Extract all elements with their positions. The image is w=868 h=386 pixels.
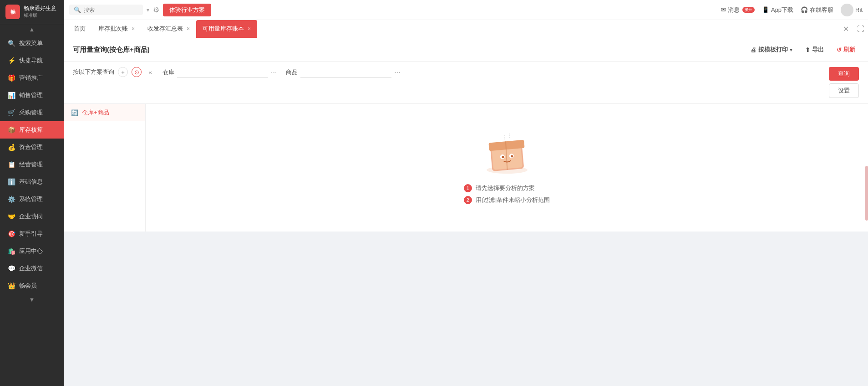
sidebar-item-enterprise-wechat[interactable]: 💬 企业微信 xyxy=(0,260,64,277)
app-download-label: App下载 xyxy=(771,6,793,14)
sales-icon: 📊 xyxy=(7,92,15,99)
tab-available-inventory[interactable]: 可用量库存账本 × xyxy=(196,20,257,38)
sidebar-item-member[interactable]: 👑 畅会员 xyxy=(0,277,64,294)
topbar-search-box[interactable]: 🔍 xyxy=(69,5,143,15)
add-scheme-button[interactable]: + xyxy=(118,67,128,77)
tab-available-inventory-close[interactable]: × xyxy=(248,26,251,32)
user-menu[interactable]: Rit xyxy=(841,4,863,16)
settings-gear-icon[interactable]: ⚙ xyxy=(153,5,159,14)
sidebar-item-search[interactable]: 🔍 搜索菜单 xyxy=(0,35,64,52)
tab-receipt-summary[interactable]: 收发存汇总表 × xyxy=(141,20,196,38)
tab-home[interactable]: 首页 xyxy=(67,20,92,38)
app-center-icon: 🛍️ xyxy=(7,247,15,255)
basic-info-icon: ℹ️ xyxy=(7,178,15,185)
query-action-buttons: 查询 设置 xyxy=(829,67,859,98)
sidebar-item-inventory[interactable]: 📦 库存核算 xyxy=(0,121,64,139)
warehouse-input[interactable] xyxy=(177,67,268,78)
content-area: 可用量查询(按仓库+商品) 🖨 按模板打印 ▾ ⬆ 导出 ↺ 刷新 xyxy=(64,38,868,386)
sidebar-item-sales[interactable]: 📊 销售管理 xyxy=(0,87,64,104)
bell-icon: ✉ xyxy=(721,6,726,13)
sidebar-item-new-guide[interactable]: 🎯 新手引导 xyxy=(0,225,64,242)
warehouse-more-icon[interactable]: ··· xyxy=(271,68,277,77)
product-input[interactable] xyxy=(300,67,391,78)
refresh-button[interactable]: ↺ 刷新 xyxy=(833,44,859,56)
sidebar-logo: 畅 xyxy=(5,5,20,19)
scheme-settings-button[interactable]: ⊙ xyxy=(132,67,142,77)
system-icon: ⚙️ xyxy=(7,196,15,203)
enterprise-coop-icon: 🤝 xyxy=(7,213,15,220)
empty-tips: 1 请先选择要分析的方案 2 用[过滤]条件来缩小分析范围 xyxy=(464,184,550,204)
chevron-down-icon[interactable]: ▾ xyxy=(147,7,149,13)
sidebar-item-label: 新手引导 xyxy=(19,230,43,238)
sidebar-item-label: 基础信息 xyxy=(19,178,43,186)
header-actions: 🖨 按模板打印 ▾ ⬆ 导出 ↺ 刷新 xyxy=(747,44,859,56)
empty-state: 1 请先选择要分析的方案 2 用[过滤]条件来缩小分析范围 xyxy=(146,104,868,232)
sidebar-item-purchase[interactable]: 🛒 采购管理 xyxy=(0,104,64,121)
sidebar-item-basic-info[interactable]: ℹ️ 基础信息 xyxy=(0,173,64,190)
sidebar-item-label: 畅会员 xyxy=(19,282,37,290)
product-more-icon[interactable]: ··· xyxy=(394,68,400,77)
right-scrollbar[interactable] xyxy=(865,166,868,221)
sidebar-item-marketing[interactable]: 🎁 营销推广 xyxy=(0,69,64,87)
export-icon: ⬆ xyxy=(805,46,810,53)
sidebar-item-label: 应用中心 xyxy=(19,247,43,255)
sidebar-item-operations[interactable]: 📋 经营管理 xyxy=(0,156,64,173)
query-button[interactable]: 查询 xyxy=(829,67,859,81)
filter-fields: 仓库 ··· 商品 ··· xyxy=(162,67,822,78)
refresh-label: 刷新 xyxy=(843,46,855,54)
table-settings-button[interactable]: 设置 xyxy=(829,83,859,98)
collapse-button[interactable]: « xyxy=(145,67,155,77)
empty-tip-2: 2 用[过滤]条件来缩小分析范围 xyxy=(464,196,550,204)
scheme-item-warehouse-product[interactable]: 🔄 仓库+商品 xyxy=(64,104,145,121)
online-service-label: 在线客服 xyxy=(810,6,833,14)
topbar-right: ✉ 消息 99+ 📱 App下载 🎧 在线客服 Rit xyxy=(721,4,863,16)
print-label: 按模板打印 xyxy=(758,46,788,54)
finance-icon: 💰 xyxy=(7,144,15,151)
sidebar-item-label: 采购管理 xyxy=(19,108,43,117)
online-service-button[interactable]: 🎧 在线客服 xyxy=(801,6,833,14)
sidebar-item-app-center[interactable]: 🛍️ 应用中心 xyxy=(0,242,64,260)
product-label: 商品 xyxy=(286,68,298,77)
sidebar-item-finance[interactable]: 💰 资金管理 xyxy=(0,139,64,156)
print-button[interactable]: 🖨 按模板打印 ▾ xyxy=(747,44,796,56)
tab-home-label: 首页 xyxy=(74,25,86,33)
print-chevron-icon: ▾ xyxy=(790,47,792,53)
tab-batch-account[interactable]: 库存批次账 × xyxy=(92,20,141,38)
sidebar-nav: ▲ 🔍 搜索菜单 ⚡ 快捷导航 🎁 营销推广 📊 销售管理 🛒 采购管理 📦 库… xyxy=(0,24,64,386)
print-icon: 🖨 xyxy=(751,46,756,53)
sidebar-item-shortcut[interactable]: ⚡ 快捷导航 xyxy=(0,52,64,69)
tab-batch-account-close[interactable]: × xyxy=(132,26,135,32)
app-download-button[interactable]: 📱 App下载 xyxy=(762,6,793,14)
scheme-item-icon: 🔄 xyxy=(71,109,78,116)
notifications-label: 消息 xyxy=(728,6,740,14)
notifications-button[interactable]: ✉ 消息 99+ xyxy=(721,6,755,14)
sidebar-brand: 畅康通好生意 标准版 xyxy=(24,5,56,19)
avatar xyxy=(841,4,853,16)
tab-expand[interactable]: ⛶ xyxy=(853,20,868,38)
refresh-icon: ↺ xyxy=(837,46,842,53)
sidebar-item-system[interactable]: ⚙️ 系统管理 xyxy=(0,190,64,208)
username: Rit xyxy=(855,6,863,13)
sidebar-scroll-down[interactable]: ▼ xyxy=(0,294,64,305)
warehouse-label: 仓库 xyxy=(162,68,174,77)
tab-receipt-summary-label: 收发存汇总表 xyxy=(147,25,183,33)
empty-tip-1: 1 请先选择要分析的方案 xyxy=(464,184,550,192)
scheme-sidebar: 🔄 仓库+商品 xyxy=(64,104,146,232)
tab-receipt-summary-close[interactable]: × xyxy=(187,26,190,32)
search-input[interactable] xyxy=(84,7,138,13)
tabbar: 首页 库存批次账 × 收发存汇总表 × 可用量库存账本 × ✕ ⛶ xyxy=(64,20,868,38)
notifications-badge: 99+ xyxy=(742,7,755,13)
industry-solution-button[interactable]: 体验行业方案 xyxy=(163,4,211,16)
sidebar-item-enterprise-coop[interactable]: 🤝 企业协同 xyxy=(0,208,64,225)
search-icon: 🔍 xyxy=(7,40,15,47)
member-icon: 👑 xyxy=(7,282,15,289)
tab-close-all[interactable]: ✕ xyxy=(838,20,853,38)
export-button[interactable]: ⬆ 导出 xyxy=(802,44,827,56)
tab-available-inventory-label: 可用量库存账本 xyxy=(203,25,244,33)
sidebar-scroll-up[interactable]: ▲ xyxy=(0,24,64,35)
sidebar-item-label: 系统管理 xyxy=(19,195,43,203)
export-label: 导出 xyxy=(812,46,824,54)
sidebar-item-label: 经营管理 xyxy=(19,160,43,169)
scheme-panel: 🔄 仓库+商品 xyxy=(64,104,868,232)
page-title: 可用量查询(按仓库+商品) xyxy=(73,46,150,54)
